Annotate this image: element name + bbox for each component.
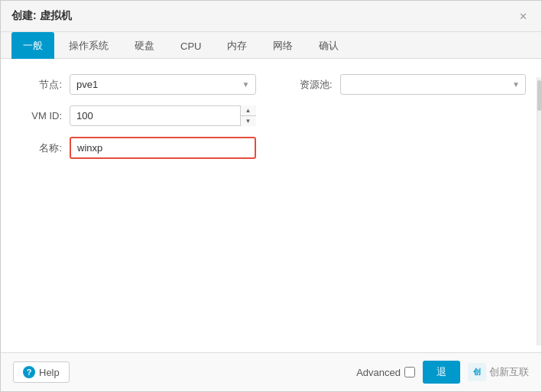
node-select-wrapper: pve1 ▼ — [70, 74, 256, 95]
node-row: 节点: pve1 ▼ — [16, 74, 256, 95]
name-input[interactable] — [70, 137, 256, 159]
vmid-spinner-arrows: ▲ ▼ — [240, 105, 256, 126]
name-row: 名称: — [16, 137, 256, 159]
node-label: 节点: — [16, 78, 70, 92]
resource-row: 资源池: ▼ — [287, 74, 527, 95]
help-icon: ? — [23, 366, 35, 378]
close-button[interactable]: ✕ — [515, 8, 531, 24]
tab-memory[interactable]: 内存 — [216, 32, 258, 59]
tab-confirm[interactable]: 确认 — [307, 32, 350, 59]
form-left: 节点: pve1 ▼ VM ID: — [16, 74, 256, 170]
brand-watermark: 创 创新互联 — [468, 363, 529, 381]
vmid-increment-button[interactable]: ▲ — [241, 105, 256, 116]
vmid-row: VM ID: ▲ ▼ — [16, 105, 256, 126]
scrollbar[interactable] — [537, 77, 541, 345]
node-control: pve1 ▼ — [70, 74, 256, 95]
brand-text: 创新互联 — [489, 365, 529, 379]
vmid-control: ▲ ▼ — [70, 105, 256, 126]
help-button[interactable]: ? Help — [13, 361, 70, 383]
form-right: 资源池: ▼ — [287, 74, 527, 170]
next-button[interactable]: 退 — [423, 361, 460, 384]
next-label: 退 — [437, 366, 446, 377]
tab-disk[interactable]: 硬盘 — [123, 32, 166, 59]
dialog-body: 节点: pve1 ▼ VM ID: — [1, 59, 541, 352]
footer-right: Advanced 退 创 创新互联 — [356, 361, 529, 384]
advanced-section: Advanced — [356, 367, 415, 378]
tab-cpu[interactable]: CPU — [169, 34, 213, 58]
title-bar: 创建: 虚拟机 ✕ — [1, 1, 541, 32]
resource-label: 资源池: — [287, 78, 340, 92]
resource-select[interactable] — [340, 74, 527, 95]
dialog-title: 创建: 虚拟机 — [11, 9, 72, 23]
close-icon: ✕ — [519, 11, 527, 22]
name-label: 名称: — [16, 141, 70, 155]
tab-bar: 一般 操作系统 硬盘 CPU 内存 网络 确认 — [1, 32, 541, 59]
node-select[interactable]: pve1 — [70, 74, 256, 95]
advanced-checkbox[interactable] — [404, 367, 415, 377]
dialog: 创建: 虚拟机 ✕ 一般 操作系统 硬盘 CPU 内存 网络 确认 — [0, 0, 542, 392]
vmid-decrement-button[interactable]: ▼ — [241, 116, 256, 126]
vmid-label: VM ID: — [16, 110, 70, 121]
tab-network[interactable]: 网络 — [261, 32, 304, 59]
brand-icon: 创 — [468, 363, 486, 381]
dialog-footer: ? Help Advanced 退 创 创新互联 — [1, 352, 541, 391]
name-control — [70, 137, 256, 159]
help-label: Help — [39, 367, 60, 378]
form-section: 节点: pve1 ▼ VM ID: — [16, 74, 526, 170]
resource-select-wrapper: ▼ — [340, 74, 527, 95]
advanced-label: Advanced — [356, 367, 401, 378]
vmid-input[interactable] — [70, 105, 256, 126]
resource-control: ▼ — [340, 74, 527, 95]
scrollbar-thumb — [537, 80, 541, 111]
tab-os[interactable]: 操作系统 — [57, 32, 120, 59]
vmid-spinner-wrapper: ▲ ▼ — [70, 105, 256, 126]
tab-general[interactable]: 一般 — [11, 32, 54, 59]
footer-left: ? Help — [13, 361, 70, 383]
